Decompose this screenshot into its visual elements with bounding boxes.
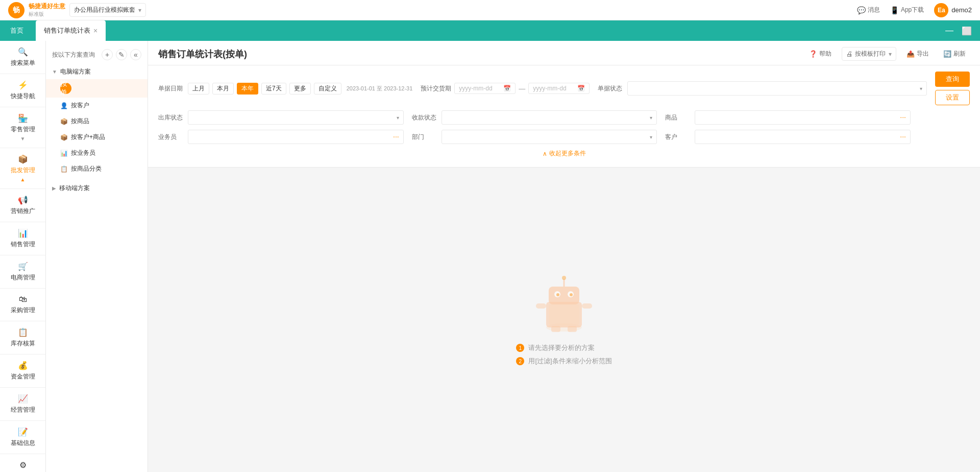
svg-rect-11 (582, 303, 592, 309)
by-customer-product-icon: 📦 (60, 134, 68, 141)
empty-tip-1: 1 请先选择要分析的方案 (516, 343, 611, 352)
last-month-btn[interactable]: 上月 (188, 83, 209, 95)
sidebar-item-wholesale[interactable]: 📦 批发管理 ▲ (0, 148, 45, 189)
retail-icon: 🏪 (18, 113, 28, 123)
salesperson-label: 业务员 (158, 133, 185, 141)
sidebar-item-ecommerce[interactable]: 🛒 电商管理 (0, 255, 45, 289)
scheme-item-by-category[interactable]: 📋 按商品分类 (46, 161, 148, 177)
goods-dots[interactable]: ··· (900, 113, 906, 122)
status-select[interactable]: ▾ (627, 81, 927, 96)
expected-date-start[interactable]: yyyy-mm-dd 📅 (454, 83, 516, 94)
add-scheme-btn[interactable]: + (102, 49, 113, 60)
payment-status-label: 收款状态 (412, 113, 438, 122)
this-year-btn[interactable]: 本年 (237, 83, 258, 95)
tab-close-btn[interactable]: × (93, 27, 97, 35)
sidebar-item-search[interactable]: 🔍 搜索菜单 (0, 41, 45, 74)
edit-scheme-btn[interactable]: ✎ (116, 49, 127, 60)
refresh-icon: 🔄 (943, 50, 951, 58)
collapse-panel-btn[interactable]: « (130, 49, 141, 60)
message-btn[interactable]: 💬 消息 (857, 6, 880, 14)
user-avatar: Ea (934, 3, 948, 17)
scheme-item-by-customer-product[interactable]: 📦 按客户+商品 (46, 129, 148, 145)
pc-section-header[interactable]: ▼ 电脑端方案 (46, 64, 148, 79)
collapse-icon: ∧ (543, 150, 547, 157)
more-btn[interactable]: 更多 (289, 83, 311, 95)
this-month-btn[interactable]: 本月 (212, 83, 234, 95)
system-icon: ⚙ (19, 460, 27, 470)
content-area: 按以下方案查询 + ✎ « ▼ 电脑端方案 按单 👤 (46, 41, 980, 472)
left-panel: 按以下方案查询 + ✎ « ▼ 电脑端方案 按单 👤 (46, 41, 148, 472)
tab-home[interactable]: 首页 (0, 20, 34, 41)
pc-scheme-section: ▼ 电脑端方案 按单 👤 按客户 📦 按商品 📦 按客户+商品 (46, 62, 148, 179)
app-title: 畅捷通好生意 (29, 3, 65, 11)
last7days-btn[interactable]: 近7天 (261, 83, 286, 95)
customer-dots[interactable]: ··· (900, 132, 906, 141)
status-filter-label: 单据状态 (598, 84, 624, 93)
payment-status-select[interactable]: ▾ (442, 110, 657, 125)
refresh-btn[interactable]: 🔄 刷新 (939, 48, 970, 60)
user-name: demo2 (951, 6, 972, 14)
sidebar-item-marketing[interactable]: 📢 营销推广 (0, 189, 45, 222)
empty-state: 1 请先选择要分析的方案 2 用[过滤]条件来缩小分析范围 (148, 168, 980, 472)
operation-icon: 📈 (18, 394, 28, 404)
app-download-btn[interactable]: 📱 App下载 (890, 6, 924, 14)
sidebar-item-quick-nav[interactable]: ⚡ 快捷导航 (0, 74, 45, 107)
sidebar-item-inventory[interactable]: 📋 库存核算 (0, 321, 45, 355)
export-btn[interactable]: 📤 导出 (902, 48, 933, 60)
message-icon: 💬 (857, 6, 866, 14)
page-header: 销售订单统计表(按单) ❓ 帮助 🖨 按模板打印 ▾ 📤 导出 (148, 41, 980, 65)
sidebar-item-finance[interactable]: 💰 资金管理 (0, 355, 45, 388)
ship-status-select[interactable]: ▾ (188, 110, 404, 125)
print-btn[interactable]: 🖨 按模板打印 ▾ (842, 47, 896, 61)
tip1-num: 1 (516, 344, 524, 352)
mobile-section-header[interactable]: ▶ 移动端方案 (46, 181, 148, 196)
panel-header-label: 按以下方案查询 (52, 51, 95, 59)
marketing-icon: 📢 (18, 195, 28, 205)
sidebar-item-sales[interactable]: 📊 销售管理 (0, 222, 45, 255)
customer-label: 客户 (665, 133, 692, 141)
tip2-num: 2 (516, 357, 524, 365)
query-btn[interactable]: 查询 (935, 72, 970, 87)
empty-tip-2: 2 用[过滤]条件来缩小分析范围 (516, 357, 611, 366)
tab-active[interactable]: 销售订单统计表 × (36, 20, 106, 41)
by-salesperson-icon: 📊 (60, 150, 68, 157)
svg-rect-12 (551, 326, 560, 332)
scheme-item-by-customer[interactable]: 👤 按客户 (46, 98, 148, 113)
main-layout: 🔍 搜索菜单 ⚡ 快捷导航 🏪 零售管理 ▼ 📦 批发管理 ▲ 📢 营销推广 📊… (0, 41, 980, 472)
scheme-item-by-order[interactable]: 按单 (46, 79, 148, 98)
dept-select[interactable]: ▾ (442, 130, 657, 144)
sidebar-item-system[interactable]: ⚙ 系统管理 (0, 454, 45, 472)
minimize-btn[interactable]: — (943, 24, 955, 37)
sidebar-item-purchase[interactable]: 🛍 采购管理 (0, 289, 45, 321)
sidebar-item-basic[interactable]: 📝 基础信息 (0, 421, 45, 454)
settings-btn[interactable]: 设置 (935, 90, 970, 105)
customer-input[interactable]: ··· (695, 130, 911, 144)
svg-rect-10 (536, 303, 546, 309)
goods-input[interactable]: ··· (695, 110, 911, 125)
pc-section-arrow: ▼ (52, 69, 57, 75)
empty-tips: 1 请先选择要分析的方案 2 用[过滤]条件来缩小分析范围 (516, 343, 611, 366)
help-btn[interactable]: ❓ 帮助 (805, 48, 836, 60)
app-logo: 畅 (8, 2, 24, 18)
empty-illustration (533, 274, 595, 335)
scheme-item-by-salesperson[interactable]: 📊 按业务员 (46, 145, 148, 161)
salesperson-dots[interactable]: ··· (393, 132, 399, 141)
filter-area: 单据日期 上月 本月 本年 近7天 更多 自定义 2023-01-01 至 20… (148, 65, 980, 168)
calendar-end-icon: 📅 (577, 85, 585, 92)
expected-date-label: 预计交货期 (421, 84, 451, 93)
date-separator: — (519, 85, 525, 92)
basic-icon: 📝 (18, 427, 28, 437)
mobile-section-arrow: ▶ (52, 185, 56, 191)
custom-btn[interactable]: 自定义 (314, 83, 341, 95)
maximize-btn[interactable]: ⬜ (960, 24, 974, 38)
scheme-item-by-product[interactable]: 📦 按商品 (46, 113, 148, 129)
sidebar-item-operation[interactable]: 📈 经营管理 (0, 388, 45, 421)
collapse-bar[interactable]: ∧ 收起更多条件 (158, 146, 970, 161)
finance-icon: 💰 (18, 361, 28, 370)
svg-point-6 (556, 293, 559, 296)
sidebar-item-retail[interactable]: 🏪 零售管理 ▼ (0, 107, 45, 148)
expected-date-end[interactable]: yyyy-mm-dd 📅 (528, 83, 590, 94)
workspace-selector[interactable]: 办公用品行业模拟账套 ▾ (69, 3, 146, 17)
user-profile[interactable]: Ea demo2 (934, 3, 972, 17)
salesperson-input[interactable]: ··· (188, 130, 404, 144)
